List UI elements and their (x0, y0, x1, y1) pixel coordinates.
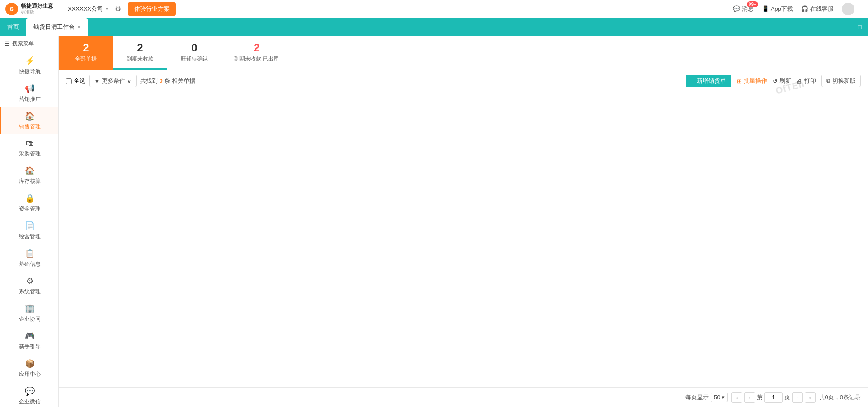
summary-label-overdue-shipped: 到期未收款 已出库 (234, 55, 279, 63)
trial-button[interactable]: 体验行业方案 (128, 2, 176, 16)
sidebar-item-capital[interactable]: 🔒 资金管理 (0, 189, 58, 216)
service-icon: 🎧 (801, 5, 808, 12)
summary-card-wangwang[interactable]: 0 旺辅待确认 (167, 36, 222, 70)
sidebar-item-label: 应用中心 (19, 370, 41, 378)
page-nav: « ‹ 第 页 › » (731, 392, 816, 403)
sidebar-item-label: 销售管理 (19, 123, 41, 131)
summary-label-all: 全部单据 (75, 55, 97, 63)
tab-minimize-btn[interactable]: — (842, 23, 854, 32)
batch-icon: ⊞ (737, 78, 742, 84)
per-page-chevron: ▾ (722, 394, 725, 401)
tab-home-label: 首页 (7, 23, 19, 31)
sidebar-item-label: 经营管理 (19, 233, 41, 240)
summary-count-overdue-shipped: 2 (254, 42, 259, 54)
summary-card-all[interactable]: 2 全部单据 (59, 36, 113, 70)
prev-page-icon: ‹ (749, 395, 750, 400)
sidebar-item-guide[interactable]: 🎮 新手引导 (0, 327, 58, 354)
batch-action-btn[interactable]: ⊞ 批量操作 (737, 77, 767, 85)
summary-label-wangwang: 旺辅待确认 (181, 55, 208, 63)
filter-icon: ▼ (94, 78, 100, 84)
tab-maximize-btn[interactable]: □ (855, 23, 864, 32)
tab-home[interactable]: 首页 (0, 18, 26, 36)
logo-text: 畅捷通好生意 标准版 (21, 3, 53, 14)
page-size-select: 每页显示 50 ▾ (685, 393, 727, 402)
tab-work[interactable]: 钱货日清工作台 × (26, 18, 88, 36)
first-page-btn[interactable]: « (731, 392, 742, 403)
page-input[interactable] (764, 392, 783, 403)
settings-icon-btn[interactable]: ⚙ (112, 3, 124, 15)
filter-chevron-icon: ∨ (127, 78, 132, 84)
refresh-label: 刷新 (779, 77, 791, 85)
app-download-label: App下载 (771, 5, 793, 13)
sidebar-item-label: 基础信息 (19, 260, 41, 268)
next-page-btn[interactable]: › (792, 392, 803, 403)
summary-count-overdue: 2 (137, 42, 143, 54)
new-sales-order-button[interactable]: + 新增销货单 (686, 75, 731, 87)
sidebar-search-label: 搜索菜单 (12, 40, 34, 47)
sidebar-item-label: 资金管理 (19, 205, 41, 213)
filter-label: 更多条件 (102, 77, 125, 85)
sidebar-item-app-center[interactable]: 📦 应用中心 (0, 354, 58, 382)
prev-page-btn[interactable]: ‹ (744, 392, 755, 403)
operation-icon: 📄 (25, 221, 35, 231)
summary-card-overdue[interactable]: 2 到期未收款 (113, 36, 167, 70)
message-action[interactable]: 💬 消息 99 (733, 5, 754, 13)
sidebar-item-inventory[interactable]: 🏠 库存核算 (0, 161, 58, 189)
summary-card-overdue-shipped[interactable]: 2 到期未收款 已出库 (222, 36, 292, 70)
sidebar-item-quick-nav[interactable]: ⚡ 快捷导航 (0, 51, 58, 79)
print-label: 打印 (804, 77, 816, 85)
select-all-input[interactable] (66, 78, 72, 84)
company-selector[interactable]: XXXXXX公司 ▾ (64, 3, 112, 15)
summary-label-overdue: 到期未收款 (127, 55, 154, 63)
online-service-action[interactable]: 🎧 在线客服 (801, 5, 834, 13)
enterprise-icon: 🏢 (25, 304, 35, 313)
sidebar-item-label: 库存核算 (19, 178, 41, 185)
top-header: 6 畅捷通好生意 标准版 XXXXXX公司 ▾ ⚙ 体验行业方案 💬 消息 99… (0, 0, 868, 18)
main-layout: ☰ 搜索菜单 ⚡ 快捷导航 📢 营销推广 🏠 销售管理 🛍 采购管理 🏠 库存核… (0, 36, 868, 407)
app-center-icon: 📦 (25, 359, 35, 369)
sidebar-item-enterprise[interactable]: 🏢 企业协同 (0, 299, 58, 327)
found-unit: 条 (164, 77, 170, 84)
company-name: XXXXXX公司 (68, 5, 103, 13)
refresh-btn[interactable]: ↺ 刷新 (773, 77, 791, 85)
sidebar-item-operation[interactable]: 📄 经营管理 (0, 216, 58, 244)
switch-version-button[interactable]: ⧉ 切换新版 (821, 75, 861, 87)
last-page-icon: » (808, 395, 811, 400)
sidebar-item-marketing[interactable]: 📢 营销推广 (0, 79, 58, 107)
page-label: 第 (757, 393, 763, 402)
avatar[interactable] (842, 3, 854, 15)
first-page-icon: « (735, 395, 738, 400)
header-right: 💬 消息 99 📱 App下载 🎧 在线客服 (733, 3, 863, 15)
search-icon: ☰ (5, 41, 9, 47)
sidebar-item-wechat[interactable]: 💬 企业微信 (0, 382, 58, 407)
message-icon: 💬 (733, 5, 740, 12)
last-page-btn[interactable]: » (805, 392, 816, 403)
message-badge: 99 (747, 1, 758, 7)
summary-cards: 2 全部单据 2 到期未收款 0 旺辅待确认 2 到期未收款 已出库 (59, 36, 868, 70)
basic-info-icon: 📋 (25, 248, 35, 258)
page-suffix: 页 (784, 393, 790, 402)
online-service-label: 在线客服 (810, 5, 834, 13)
system-icon: ⚙ (26, 276, 33, 286)
select-all-checkbox[interactable]: 全选 (66, 77, 85, 85)
toolbar: 全选 ▼ 更多条件 ∨ 共找到 0 条 相关单据 + 新增销货单 ⊞ (59, 70, 868, 92)
sidebar-item-sales[interactable]: 🏠 销售管理 (0, 107, 58, 134)
sidebar-item-system[interactable]: ⚙ 系统管理 (0, 271, 58, 299)
sidebar-item-label: 企业协同 (19, 315, 41, 323)
tab-nav: 首页 钱货日清工作台 × — □ (0, 18, 868, 36)
sidebar-item-label: 采购管理 (19, 150, 41, 158)
per-page-value: 50 (714, 394, 720, 401)
total-records: 共0页，0条记录 (819, 393, 861, 402)
sidebar-item-basic-info[interactable]: 📋 基础信息 (0, 244, 58, 271)
per-page-dropdown[interactable]: 50 ▾ (711, 393, 727, 402)
sidebar-item-purchase[interactable]: 🛍 采购管理 (0, 134, 58, 161)
sidebar-item-label: 企业微信 (19, 398, 41, 406)
tab-close-icon[interactable]: × (77, 24, 80, 30)
switch-label: 切换新版 (832, 77, 856, 85)
sidebar: ☰ 搜索菜单 ⚡ 快捷导航 📢 营销推广 🏠 销售管理 🛍 采购管理 🏠 库存核… (0, 36, 59, 407)
filter-button[interactable]: ▼ 更多条件 ∨ (89, 75, 137, 87)
print-btn[interactable]: 🖨 打印 (797, 77, 816, 85)
sidebar-search[interactable]: ☰ 搜索菜单 (0, 36, 58, 51)
app-download-action[interactable]: 📱 App下载 (762, 5, 793, 13)
switch-icon: ⧉ (826, 77, 830, 84)
